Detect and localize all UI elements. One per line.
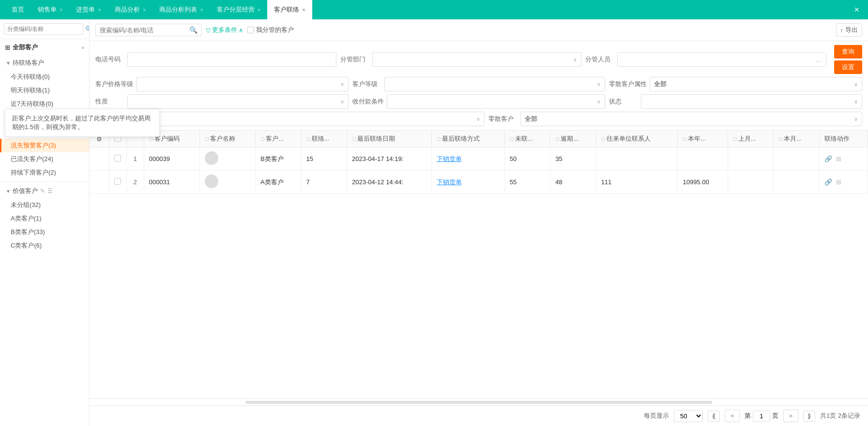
- config-icon[interactable]: ☰: [47, 188, 53, 194]
- retail-customer-select[interactable]: 全部 ∨: [520, 112, 862, 126]
- main-search-input[interactable]: [100, 27, 189, 34]
- table-container: ⚙ ⬡ 客户编码: [90, 131, 868, 398]
- prev-page-button[interactable]: ＜: [725, 410, 740, 422]
- filter-phone: 电话号码: [95, 52, 336, 67]
- sort-icon[interactable]: ⬡: [683, 136, 687, 142]
- close-icon[interactable]: ×: [60, 7, 62, 13]
- row-check: [109, 171, 126, 194]
- filter-retail-attr: 零散客户属性 全部 ∨: [609, 77, 862, 91]
- last-page-button[interactable]: ⟫: [803, 411, 815, 422]
- query-button[interactable]: 查询: [834, 45, 862, 59]
- sort-icon[interactable]: ⬡: [601, 136, 606, 142]
- page-info: 第 页: [745, 411, 778, 422]
- nav-product-analysis[interactable]: 商品分析 ×: [108, 0, 152, 19]
- col-name: ⬡ 客户名称: [199, 131, 255, 147]
- search-wrap: 🔍: [95, 24, 202, 36]
- close-icon[interactable]: ×: [98, 7, 101, 13]
- sidebar-search-icon[interactable]: 🔍: [85, 26, 90, 33]
- close-icon[interactable]: ×: [258, 7, 260, 13]
- sidebar-item-churned[interactable]: 已流失客户(24): [0, 152, 89, 166]
- nav-customer-contact[interactable]: 客户联络 ×: [267, 0, 312, 19]
- sidebar-search-input[interactable]: [4, 23, 83, 35]
- sort-icon[interactable]: ⬡: [555, 136, 560, 142]
- sidebar-item-class-c[interactable]: C类客户(6): [0, 239, 89, 252]
- pagination-bar: 每页显示 50 20 100 ⟪ ＜ 第 页 ＞ ⟫ 共1页 2条记录: [90, 405, 868, 426]
- customer-level-select[interactable]: ∨: [384, 77, 606, 91]
- settings-button[interactable]: 设置: [834, 60, 862, 74]
- my-customers-checkbox[interactable]: [247, 27, 254, 33]
- sort-icon[interactable]: ⬡: [149, 136, 153, 142]
- nav-product-analysis-list[interactable]: 商品分析列表 ×: [152, 0, 210, 19]
- first-page-button[interactable]: ⟪: [708, 411, 720, 422]
- chevron-down-icon: ∨: [854, 116, 858, 122]
- nav-purchase[interactable]: 进货单 ×: [69, 0, 107, 19]
- row-this-year: 10995.00: [678, 171, 728, 194]
- row-checkbox[interactable]: [114, 155, 121, 162]
- customer-type-select[interactable]: ∨: [143, 112, 485, 126]
- sidebar-value-group[interactable]: ▼ 价值客户 ✎ ☰: [0, 184, 89, 198]
- status-select[interactable]: ∨: [641, 94, 862, 109]
- phone-input[interactable]: [127, 52, 336, 67]
- sort-icon[interactable]: ⬡: [352, 136, 356, 142]
- sidebar-item-tomorrow[interactable]: 明天待联络(1): [0, 84, 89, 97]
- link-icon[interactable]: 🔗: [824, 178, 832, 186]
- gender-select[interactable]: ∨: [127, 94, 349, 109]
- sort-icon[interactable]: ⬡: [306, 136, 311, 142]
- grid-action-icon[interactable]: ⊞: [836, 155, 841, 162]
- row-last-date: 2023-04-17 14:19:: [347, 147, 432, 171]
- col-last-date: ⬡ 最后联络日期: [347, 131, 432, 147]
- sidebar-item-today[interactable]: 今天待联络(0): [0, 70, 89, 84]
- dept-select[interactable]: ∨: [372, 52, 581, 67]
- sidebar-all-customers[interactable]: ⊞ 全部客户 »: [0, 39, 89, 56]
- close-icon[interactable]: ×: [200, 7, 203, 13]
- next-page-button[interactable]: ＞: [783, 410, 798, 422]
- price-level-select[interactable]: ∨: [136, 77, 349, 91]
- horizontal-scrollbar[interactable]: [245, 401, 713, 404]
- sidebar-item-declining[interactable]: 持续下滑客户(2): [0, 166, 89, 179]
- chevron-down-icon: ∨: [340, 81, 344, 88]
- horizontal-scrollbar-area: [90, 398, 868, 405]
- retail-attr-select[interactable]: 全部 ∨: [650, 77, 862, 91]
- grid-icon: ⊞: [5, 44, 10, 51]
- sort-icon[interactable]: ⬡: [260, 136, 265, 142]
- last-method-link[interactable]: 下销货单: [437, 178, 462, 186]
- row-type: B类客户: [256, 147, 301, 171]
- row-overdue: 48: [550, 171, 596, 194]
- search-icon[interactable]: 🔍: [189, 26, 198, 34]
- more-conditions-button[interactable]: ▽ 更多条件 ∧: [206, 26, 244, 34]
- payment-select[interactable]: ∨: [387, 94, 606, 109]
- sidebar-item-class-a[interactable]: A类客户(1): [0, 212, 89, 225]
- close-icon[interactable]: ×: [302, 7, 305, 13]
- row-this-month: [774, 147, 819, 171]
- sidebar-item-ungrouped[interactable]: 未分组(32): [0, 198, 89, 212]
- close-icon[interactable]: ×: [143, 7, 146, 13]
- collapse-icon[interactable]: »: [81, 44, 84, 50]
- sort-icon[interactable]: ⬡: [437, 136, 441, 142]
- sidebar-item-churn-warning[interactable]: 流失预警客户(3): [0, 139, 89, 152]
- row-contact: 15: [301, 147, 347, 171]
- row-checkbox[interactable]: [114, 178, 121, 185]
- page-input[interactable]: [753, 411, 770, 422]
- sidebar-pending-group[interactable]: ▼ 待联络客户: [0, 56, 89, 70]
- sort-icon[interactable]: ⬡: [205, 136, 209, 142]
- edit-icon[interactable]: ✎: [40, 188, 45, 194]
- nav-home[interactable]: 首页: [5, 0, 31, 19]
- nav-sales[interactable]: 销售单 ×: [31, 0, 69, 19]
- sidebar: 🔍 ⊞ 全部客户 » ▼ 待联络客户 今天待联络(0) 明天待联络(1) 近7天…: [0, 19, 90, 426]
- arrow-down-icon: ▼: [6, 60, 11, 66]
- dots-icon[interactable]: …: [815, 56, 822, 63]
- window-close-button[interactable]: ×: [850, 5, 863, 15]
- sidebar-item-class-b[interactable]: B类客户(33): [0, 225, 89, 239]
- link-icon[interactable]: 🔗: [824, 155, 832, 162]
- grid-action-icon[interactable]: ⊞: [836, 178, 841, 186]
- nav-customer-tier[interactable]: 客户分层经营 ×: [210, 0, 267, 19]
- sort-icon[interactable]: ⬡: [733, 136, 737, 142]
- sort-icon[interactable]: ⬡: [510, 136, 514, 142]
- last-method-link[interactable]: 下销货单: [437, 155, 462, 162]
- my-customers-toggle[interactable]: 我分管的客户: [247, 26, 294, 34]
- export-button[interactable]: ↑ 导出: [836, 23, 863, 37]
- customer-table: ⚙ ⬡ 客户编码: [90, 131, 868, 194]
- sort-icon[interactable]: ⬡: [778, 136, 783, 142]
- per-page-select[interactable]: 50 20 100: [674, 410, 703, 422]
- person-select[interactable]: …: [617, 52, 826, 67]
